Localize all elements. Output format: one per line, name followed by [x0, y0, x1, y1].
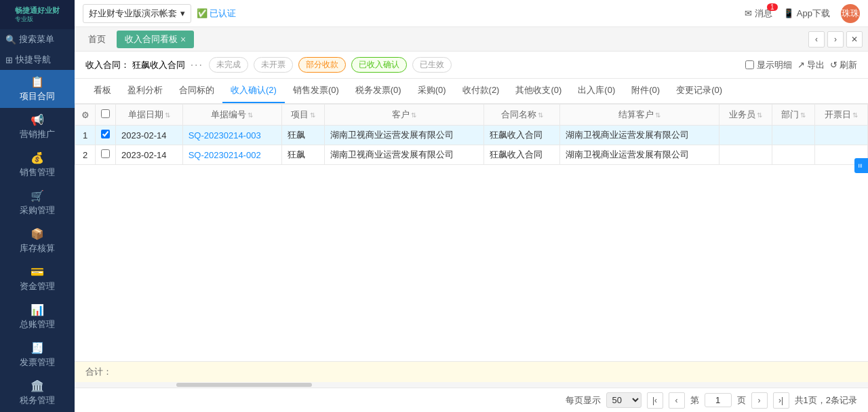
row-customer-0: 湖南卫视商业运营发展有限公司 [324, 126, 484, 145]
row-checkbox-1[interactable] [101, 149, 110, 158]
sidebar-label-general-ledger: 总账管理 [20, 318, 55, 331]
total-info: 共1页，2条记录 [795, 394, 857, 407]
status-confirmed-button[interactable]: 已收入确认 [351, 57, 407, 73]
sidebar-item-sales[interactable]: 💰销售管理 [0, 146, 75, 184]
row-number-link-0[interactable]: SQ-20230214-003 [189, 130, 261, 141]
mobile-icon: 📱 [783, 8, 794, 18]
app-download-button[interactable]: 📱 App下载 [783, 7, 830, 20]
contract-header: 收入合同： 狂飙收入合同 ··· 未完成 未开票 部分收款 已收入确认 已生效 … [75, 52, 868, 79]
subtab-payment[interactable]: 收付款(2) [454, 79, 508, 103]
income-table: ⚙ 单据日期⇅ 单据编号⇅ 项目⇅ 客户⇅ 合同名称⇅ 结算客户⇅ 业务员⇅ 部… [75, 104, 868, 165]
first-page-button[interactable]: |‹ [647, 392, 663, 409]
user-avatar[interactable]: 珠珠 [841, 4, 860, 23]
next-page-button[interactable]: › [751, 392, 768, 409]
subtab-other-income[interactable]: 其他收支(0) [507, 79, 570, 103]
show-detail-checkbox-group: 显示明细 [745, 59, 792, 71]
per-page-select[interactable]: 50 100 200 [606, 392, 642, 408]
export-icon: ↗ [797, 60, 805, 70]
total-label: 合计： [85, 367, 112, 377]
sidebar-item-general-ledger[interactable]: 📊总账管理 [0, 298, 75, 336]
subtab-change-log[interactable]: 变更记录(0) [668, 79, 730, 103]
status-partial-button[interactable]: 部分收款 [298, 57, 346, 73]
subtab-overview[interactable]: 看板 [85, 79, 119, 103]
tab-close-button[interactable]: × [180, 34, 186, 45]
home-tab-label: 首页 [88, 34, 106, 44]
active-tab-label: 收入合同看板 [125, 33, 178, 45]
subtab-contract-std[interactable]: 合同标的 [171, 79, 222, 103]
th-number: 单据编号⇅ [182, 105, 282, 126]
prev-page-button[interactable]: ‹ [669, 392, 685, 409]
sidebar-search[interactable]: 🔍 搜索菜单 [0, 29, 75, 50]
row-number-link-1[interactable]: SQ-20230214-002 [189, 150, 261, 160]
sidebar-item-marketing[interactable]: 📢营销推广 [0, 108, 75, 146]
app-download-label: App下载 [797, 7, 830, 20]
subtab-attachment[interactable]: 附件(0) [623, 79, 668, 103]
row-date-1: 2023-02-14 [116, 145, 183, 165]
active-tab[interactable]: 收入合同看板 × [117, 31, 194, 48]
app-logo: 畅捷通好业财 专业版 [0, 0, 75, 29]
last-page-button[interactable]: ›| [773, 392, 789, 409]
status-incomplete-button[interactable]: 未完成 [209, 57, 248, 73]
th-contract-name: 合同名称⇅ [484, 105, 559, 126]
show-detail-checkbox[interactable] [745, 60, 754, 69]
message-button[interactable]: ✉ 1 消息 [745, 7, 772, 20]
main-area: 好业财专业版演示帐套 ▾ ✅ 已认证 ✉ 1 消息 📱 App下载 珠珠 首页 [75, 0, 868, 412]
tab-prev-button[interactable]: ‹ [808, 31, 825, 48]
row-department-1 [772, 145, 815, 165]
tabbar: 首页 收入合同看板 × ‹ › ✕ [75, 27, 868, 52]
sidebar-label-inventory: 库存核算 [20, 242, 55, 255]
home-tab[interactable]: 首页 [80, 31, 114, 48]
refresh-button[interactable]: ↺ 刷新 [830, 59, 857, 71]
sidebar-icon-capital: 💳 [31, 265, 44, 278]
sidebar-icon-tax: 🏛️ [31, 379, 44, 392]
status-effective-button[interactable]: 已生效 [412, 57, 452, 73]
sidebar-quick-nav[interactable]: ⊞ 快捷导航 [0, 50, 75, 70]
message-badge: 1 [767, 3, 778, 11]
contract-more-button[interactable]: ··· [191, 59, 203, 71]
contract-title-prefix: 收入合同： [85, 60, 130, 70]
export-button[interactable]: ↗ 导出 [797, 59, 825, 71]
sidebar-nav-label: 快捷导航 [16, 54, 51, 66]
table-row[interactable]: 2 2023-02-14 SQ-20230214-002 狂飙 湖南卫视商业运营… [75, 145, 868, 165]
chevron-down-icon: ▾ [180, 8, 185, 18]
th-gear[interactable]: ⚙ [75, 105, 96, 126]
right-float-panel[interactable]: ≡ [854, 158, 868, 173]
subtab-income-confirm[interactable]: 收入确认(2) [222, 79, 285, 103]
subtab-sales-invoice[interactable]: 销售发票(0) [285, 79, 347, 103]
sidebar-item-project-contract[interactable]: 📋项目合同 [0, 70, 75, 108]
table-area: ⚙ 单据日期⇅ 单据编号⇅ 项目⇅ 客户⇅ 合同名称⇅ 结算客户⇅ 业务员⇅ 部… [75, 104, 868, 361]
certified-label: 已认证 [210, 7, 236, 20]
select-all-checkbox[interactable] [101, 109, 110, 118]
sidebar-label-capital: 资金管理 [20, 280, 55, 293]
sidebar-item-tax[interactable]: 🏛️税务管理 [0, 374, 75, 412]
subtab-profit[interactable]: 盈利分析 [119, 79, 171, 103]
th-date: 单据日期⇅ [116, 105, 183, 126]
subtab-purchase[interactable]: 采购(0) [410, 79, 454, 103]
row-checkbox-0[interactable] [101, 130, 110, 138]
scrollbar-thumb[interactable] [176, 383, 312, 387]
th-checkbox[interactable] [96, 105, 116, 126]
row-result-customer-1: 湖南卫视商业运营发展有限公司 [560, 145, 719, 165]
row-contract-name-0: 狂飙收入合同 [484, 126, 559, 145]
sidebar-icon-invoice: 🧾 [31, 341, 44, 354]
grid-icon: ⊞ [5, 55, 13, 65]
sidebar-icon-project-contract: 📋 [31, 75, 44, 88]
sidebar-item-inventory[interactable]: 📦库存核算 [0, 222, 75, 260]
sidebar-item-capital[interactable]: 💳资金管理 [0, 260, 75, 298]
page-number-input[interactable] [705, 393, 732, 407]
row-project-1: 狂飙 [282, 145, 325, 165]
contract-title: 收入合同： 狂飙收入合同 [85, 59, 185, 71]
tab-close-all-button[interactable]: ✕ [846, 31, 863, 48]
sidebar-item-invoice[interactable]: 🧾发票管理 [0, 336, 75, 374]
table-row[interactable]: 1 2023-02-14 SQ-20230214-003 狂飙 湖南卫视商业运营… [75, 126, 868, 145]
subtab-tax-invoice[interactable]: 税务发票(0) [347, 79, 410, 103]
right-float-button[interactable]: ≡ [854, 158, 868, 173]
status-no-invoice-button[interactable]: 未开票 [254, 57, 293, 73]
row-checkbox-cell-0 [96, 126, 116, 145]
company-dropdown[interactable]: 好业财专业版演示帐套 ▾ [83, 4, 191, 23]
sidebar: 畅捷通好业财 专业版 🔍 搜索菜单 ⊞ 快捷导航 📋项目合同📢营销推广💰销售管理… [0, 0, 75, 412]
tab-next-button[interactable]: › [827, 31, 844, 48]
horizontal-scrollbar[interactable] [75, 382, 868, 388]
sidebar-item-purchase[interactable]: 🛒采购管理 [0, 184, 75, 222]
subtab-warehouse[interactable]: 出入库(0) [570, 79, 623, 103]
